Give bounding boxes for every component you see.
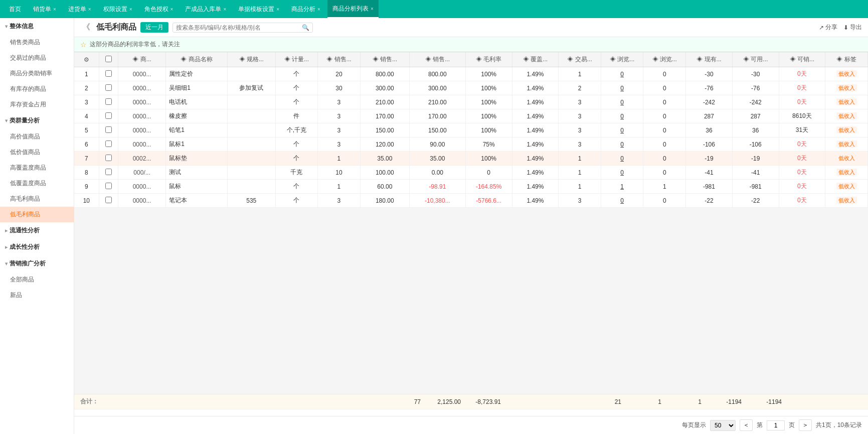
cell-checkbox[interactable] <box>99 95 118 109</box>
horizontal-scrollbar[interactable] <box>74 409 868 416</box>
nav-product-entry-close[interactable]: × <box>223 7 226 12</box>
table-container[interactable]: ⚙ ◈ 商... ◈ 商品名称 ◈ 规格... ◈ 计量... ◈ 销售... … <box>74 52 868 394</box>
cell-views1[interactable]: 0 <box>601 152 643 166</box>
cell-checkbox[interactable] <box>99 152 118 166</box>
prev-page-btn[interactable]: ＜ <box>740 419 753 431</box>
cell-available: -41 <box>732 166 779 180</box>
col-saleable[interactable]: ◈ 可销... <box>779 52 825 67</box>
sidebar-collapse-btn[interactable]: 《 <box>80 22 92 33</box>
nav-product-entry[interactable]: 产成品入库单 × <box>180 0 231 18</box>
cell-spec <box>228 109 275 123</box>
cell-name: 橡皮擦 <box>166 109 228 123</box>
sidebar-item-all-products[interactable]: 全部商品 <box>0 272 74 287</box>
cell-sales-price: 800.00 <box>360 67 409 81</box>
cell-views1[interactable]: 0 <box>601 67 643 81</box>
cell-views1[interactable]: 0 <box>601 81 643 95</box>
alert-banner: ☆ 这部分商品的利润非常低，请关注 <box>74 37 868 52</box>
col-views2[interactable]: ◈ 浏览... <box>643 52 686 67</box>
nav-product-analysis-list[interactable]: 商品分析列表 × <box>327 0 379 18</box>
select-all-checkbox[interactable] <box>105 56 112 62</box>
cell-current-stock: -106 <box>686 137 733 152</box>
sidebar-item-high-coverage[interactable]: 高覆盖度商品 <box>0 160 74 176</box>
sidebar-item-sales-products[interactable]: 销售类商品 <box>0 35 74 50</box>
col-name[interactable]: ◈ 商品名称 <box>166 52 228 67</box>
cell-views1[interactable]: 0 <box>601 166 643 180</box>
col-settings[interactable]: ⚙ <box>74 52 99 67</box>
sidebar-group-marketing[interactable]: ▾ 营销推广分析 <box>0 255 74 272</box>
cell-code: 0000... <box>118 81 165 95</box>
nav-purchase-order-close[interactable]: × <box>88 7 91 12</box>
current-page-input[interactable] <box>767 420 785 430</box>
chevron-down-icon-3: ▾ <box>5 261 8 266</box>
cell-views1[interactable]: 0 <box>601 194 643 208</box>
col-spec[interactable]: ◈ 规格... <box>228 52 275 67</box>
cell-views2: 0 <box>643 123 686 137</box>
col-code[interactable]: ◈ 商... <box>118 52 165 67</box>
col-sales-profit[interactable]: ◈ 销售... <box>409 52 465 67</box>
nav-product-analysis-list-close[interactable]: × <box>371 6 374 12</box>
cell-checkbox[interactable] <box>99 109 118 123</box>
sidebar-group-segment[interactable]: ▾ 类群量分析 <box>0 112 74 129</box>
sidebar-item-inventory-capital[interactable]: 库存资金占用 <box>0 97 74 112</box>
table-row: 3 0000... 电话机 个 3 210.00 210.00 100% 1.4… <box>74 95 868 109</box>
nav-product-analysis[interactable]: 商品分析 × <box>286 0 325 18</box>
nav-purchase-order[interactable]: 进货单 × <box>63 0 96 18</box>
search-input[interactable] <box>176 24 302 31</box>
cell-views1[interactable]: 0 <box>601 109 643 123</box>
cell-checkbox[interactable] <box>99 194 118 208</box>
cell-transactions: 2 <box>559 81 601 95</box>
cell-views1[interactable]: 0 <box>601 137 643 152</box>
sidebar-item-low-coverage[interactable]: 低覆盖度商品 <box>0 176 74 191</box>
page-size-select[interactable]: 50 100 <box>710 420 736 431</box>
sidebar-item-high-value[interactable]: 高价值商品 <box>0 129 74 144</box>
col-current-stock[interactable]: ◈ 现有... <box>686 52 733 67</box>
cell-name: 鼠标垫 <box>166 152 228 166</box>
sidebar-item-category-rate[interactable]: 商品分类助销率 <box>0 66 74 81</box>
cell-checkbox[interactable] <box>99 180 118 194</box>
sidebar-group-circulation[interactable]: ▸ 流通性分析 <box>0 222 74 239</box>
nav-template-close[interactable]: × <box>276 7 279 12</box>
cell-checkbox[interactable] <box>99 137 118 152</box>
col-sales-price[interactable]: ◈ 销售... <box>360 52 409 67</box>
nav-template-settings[interactable]: 单据模板设置 × <box>233 0 284 18</box>
share-icon: ↗ <box>819 24 824 31</box>
col-tag[interactable]: ◈ 标签 <box>825 52 868 67</box>
cell-checkbox[interactable] <box>99 123 118 137</box>
sidebar-item-low-margin[interactable]: 低毛利商品 <box>0 207 74 222</box>
col-sales-qty[interactable]: ◈ 销售... <box>318 52 361 67</box>
col-checkbox-all[interactable] <box>99 52 118 67</box>
sidebar-item-in-stock[interactable]: 有库存的商品 <box>0 81 74 97</box>
col-transactions[interactable]: ◈ 交易... <box>559 52 601 67</box>
cell-checkbox[interactable] <box>99 166 118 180</box>
nav-role-auth-close[interactable]: × <box>170 7 173 12</box>
nav-product-analysis-close[interactable]: × <box>317 7 320 12</box>
sidebar-item-traded-products[interactable]: 交易过的商品 <box>0 50 74 66</box>
nav-home[interactable]: 首页 <box>4 0 26 18</box>
cell-checkbox[interactable] <box>99 81 118 95</box>
sidebar-group-overall[interactable]: ▾ 整体信息 <box>0 18 74 35</box>
col-unit[interactable]: ◈ 计量... <box>275 52 318 67</box>
share-action[interactable]: ↗ 分享 <box>819 23 837 32</box>
cell-checkbox[interactable] <box>99 67 118 81</box>
cell-views1[interactable]: 0 <box>601 123 643 137</box>
nav-sales-order-close[interactable]: × <box>53 7 56 12</box>
filter-recent-month-btn[interactable]: 近一月 <box>140 22 168 33</box>
sidebar-item-new-products[interactable]: 新品 <box>0 287 74 303</box>
nav-permissions-close[interactable]: × <box>129 7 132 12</box>
nav-sales-order[interactable]: 销货单 × <box>28 0 61 18</box>
next-page-btn[interactable]: ＞ <box>799 419 812 431</box>
sidebar-item-low-value[interactable]: 低价值商品 <box>0 144 74 160</box>
col-gross-margin[interactable]: ◈ 毛利率 <box>465 52 512 67</box>
sidebar-group-growth[interactable]: ▸ 成长性分析 <box>0 239 74 255</box>
search-icon[interactable]: 🔍 <box>302 24 309 31</box>
cell-name: 鼠标 <box>166 180 228 194</box>
nav-permissions[interactable]: 权限设置 × <box>98 0 137 18</box>
sidebar-item-high-margin[interactable]: 高毛利商品 <box>0 191 74 207</box>
col-coverage[interactable]: ◈ 覆盖... <box>512 52 559 67</box>
nav-role-auth[interactable]: 角色授权 × <box>139 0 179 18</box>
cell-views1[interactable]: 1 <box>601 180 643 194</box>
col-views1[interactable]: ◈ 浏览... <box>601 52 643 67</box>
cell-views1[interactable]: 0 <box>601 95 643 109</box>
col-available[interactable]: ◈ 可用... <box>732 52 779 67</box>
export-action[interactable]: ⬇ 导出 <box>843 23 862 32</box>
